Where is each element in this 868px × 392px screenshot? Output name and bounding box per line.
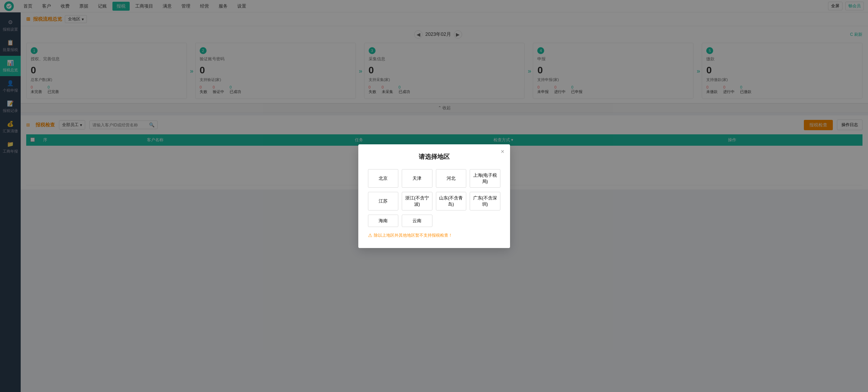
modal-warning: ⚠ 除以上地区外其他地区暂不支持报税检查！	[368, 233, 500, 238]
region-shandong[interactable]: 山东(不含青岛)	[436, 192, 467, 210]
region-hainan[interactable]: 海南	[368, 215, 399, 227]
region-grid-row3: 海南 云南	[368, 215, 500, 227]
region-shanghai[interactable]: 上海(电子税局)	[470, 169, 500, 188]
region-jiangsu[interactable]: 江苏	[368, 192, 399, 210]
warning-icon: ⚠	[368, 233, 372, 238]
region-grid-row1: 北京 天津 河北 上海(电子税局)	[368, 169, 500, 188]
modal-close-button[interactable]: ×	[501, 148, 505, 155]
region-tianjin[interactable]: 天津	[402, 169, 432, 188]
warning-text: 除以上地区外其他地区暂不支持报税检查！	[374, 233, 452, 238]
region-hebei[interactable]: 河北	[436, 169, 467, 188]
region-yunnan[interactable]: 云南	[402, 215, 432, 227]
region-beijing[interactable]: 北京	[368, 169, 399, 188]
placeholder-1	[436, 215, 467, 227]
modal-title: 请选择地区	[368, 153, 500, 161]
region-guangdong[interactable]: 广东(不含深圳)	[470, 192, 500, 210]
modal-overlay[interactable]: × 请选择地区 北京 天津 河北 上海(电子税局) 江苏 浙江(不含宁波) 山东…	[0, 0, 868, 392]
region-grid-row2: 江苏 浙江(不含宁波) 山东(不含青岛) 广东(不含深圳)	[368, 192, 500, 210]
region-zhejiang[interactable]: 浙江(不含宁波)	[402, 192, 432, 210]
region-select-modal: × 请选择地区 北京 天津 河北 上海(电子税局) 江苏 浙江(不含宁波) 山东…	[358, 144, 510, 248]
placeholder-2	[470, 215, 500, 227]
